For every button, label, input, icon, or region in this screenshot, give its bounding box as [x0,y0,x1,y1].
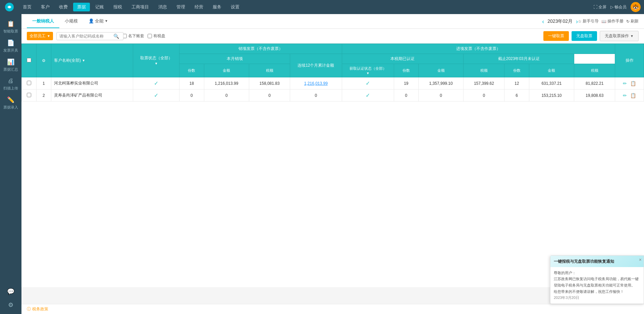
select-all-checkbox[interactable] [27,58,31,62]
settings-icon[interactable]: ⚙ [6,299,15,311]
one-key-take-btn[interactable]: 一键取票 [543,31,569,41]
row-purchase-shares-0: 19 [394,77,418,89]
nav-tax[interactable]: 报税 [109,3,126,11]
row-sales-shares-1: 0 [179,89,204,102]
nav-business[interactable]: 工商项目 [127,3,153,11]
config-gear-icon[interactable]: ⚙ [42,58,46,63]
filter-bar-right: 一键取票 无盘取票 无盘取票操作 ▼ [543,31,639,41]
my-account-filter[interactable]: 名下账套 [122,33,144,39]
sidebar-item-invoice-summary[interactable]: 📊 票据汇总 [0,56,21,75]
row-edit-btn-1[interactable]: ✏ [623,93,627,98]
sidebar-item-invoice-entry[interactable]: ✏️ 票据录入 [0,93,21,113]
tab-group: 一般纳税人 小规模 👤 全能 ▼ [27,15,542,28]
th-purchase-amount: 金额 [418,64,463,77]
row-sales-tax-0: 158,081.83 [249,77,290,89]
th-sales-tax: 税额 [249,64,290,77]
info-icon: ⓘ [27,306,31,312]
th-certify-status[interactable]: 获取认证状态（全部） ▼ [342,64,394,77]
row-unrecog-tax-0: 81,822.21 [574,77,615,89]
nav-accounting[interactable]: 记账 [91,3,108,11]
row-cumulative-1[interactable]: 0 [290,89,342,102]
row-edit-btn-0[interactable]: ✏ [623,81,627,86]
fullscreen-btn[interactable]: ⛶ 全屏 [593,4,606,10]
th-unrecog-shares: 份数 [504,64,529,77]
nav-settings[interactable]: 设置 [227,3,244,11]
employee-select[interactable]: 全部员工 ▼ [27,32,53,40]
tab-general-taxpayer[interactable]: 一般纳税人 [27,15,59,28]
row-unrecog-amount-1: 153,215.10 [529,89,574,102]
nav-home[interactable]: 首页 [19,3,36,11]
row-doc-btn-1[interactable]: 📋 [630,93,636,98]
notif-content: 江苏政务网已恢复访问电子税务局功能，易代账一键登陆电子税务局与无盘取票相关功能可… [554,276,640,288]
tab-small-scale[interactable]: 小规模 [59,15,83,28]
vip-btn[interactable]: ▷ 畅会员 [610,4,627,10]
new-guide-btn[interactable]: ☆ 新手引导 [578,18,599,24]
sidebar-label-invoice-open: 发票开具 [3,48,18,53]
table-row: 1 河北柯落桦实业有限公司 ✓ 18 1,216,013.99 158,081.… [22,77,644,89]
row-certify-status-1: ✓ [342,89,394,102]
table-body: 1 河北柯落桦实业有限公司 ✓ 18 1,216,013.99 158,081.… [22,77,644,102]
nav-operation[interactable]: 经营 [191,3,207,11]
row-sales-tax-1: 0 [249,89,290,102]
row-certify-status-0: ✓ [342,77,394,89]
row-purchase-shares-1: 0 [394,89,418,102]
certify-status-filter-icon[interactable]: ▼ [366,71,370,75]
sidebar-item-smart-fetch[interactable]: 📋 智能取票 [0,17,21,37]
th-config: ⚙ [36,44,51,77]
notif-date: 2023年3月20日 [554,295,640,301]
sidebar-label-smart-fetch: 智能取票 [3,29,18,34]
sidebar-item-invoice-open[interactable]: 📄 发票开具 [0,37,21,56]
th-customer-name[interactable]: 客户名称(全部) ▼ [51,44,133,77]
th-sales-invoice: 销项发票（不含作废票） [179,44,342,54]
tab-all[interactable]: 👤 全能 ▼ [83,15,113,28]
row-cumulative-0[interactable]: 1,216,013.99 [290,77,342,89]
row-doc-btn-0[interactable]: 📋 [630,81,636,86]
nav-service[interactable]: 服务 [209,3,225,11]
invoice-summary-icon: 📊 [7,58,14,66]
row-checkbox-0[interactable] [22,77,37,89]
period-text: 2023年02月 [547,18,573,24]
smart-fetch-icon: 📋 [7,20,14,27]
row-index-1: 2 [36,89,51,102]
row-purchase-tax-1: 0 [464,89,504,102]
customer-name-filter-icon[interactable]: ▼ [82,59,85,62]
more-operations-btn[interactable]: 无盘取票操作 ▼ [600,31,639,41]
row-unrecog-tax-1: 19,808.63 [574,89,615,102]
has-tax-checkbox[interactable] [148,34,152,38]
fetch-status-filter-icon[interactable]: ▼ [155,62,158,65]
row-name-1: 灵寿县尚泽矿产品有限公司 [51,89,133,102]
employee-select-dropdown-icon: ▼ [47,34,50,38]
nav-customer[interactable]: 客户 [37,3,54,11]
nav-invoice[interactable]: 票据 [73,3,90,11]
sidebar-item-scan-upload[interactable]: 🖨 扫描上传 [0,75,21,93]
notif-salutation: 尊敬的用户： [554,270,640,276]
more-operations-dropdown-icon: ▼ [630,34,634,38]
row-unrecog-amount-0: 631,337.21 [529,77,574,89]
nav-message[interactable]: 消息 [154,3,171,11]
row-checkbox-1[interactable] [22,89,37,102]
th-this-month-sales: 本月销项 [179,54,290,64]
has-tax-filter[interactable]: 有税盘 [148,33,165,39]
all-tab-dropdown-icon[interactable]: ▼ [105,19,108,23]
search-button[interactable]: 🔍 [113,34,119,39]
th-operation: 操作 [615,44,644,77]
sidebar: 📋 智能取票 📄 发票开具 📊 票据汇总 🖨 扫描上传 ✏️ 票据录入 💬 ⚙ [0,14,21,314]
tax-policy-link[interactable]: ⓘ 税务政策 [27,306,48,312]
refresh-btn[interactable]: ↻ 刷新 [626,18,639,24]
svg-point-1 [8,6,10,8]
nav-management[interactable]: 管理 [172,3,189,11]
all-tab-icon: 👤 [89,18,94,23]
row-purchase-amount-1: 0 [418,89,463,102]
notif-close-btn[interactable]: × [639,257,642,262]
user-avatar[interactable]: 🐯 [631,2,641,12]
row-fetch-status-0: ✓ [133,77,179,89]
nav-fee[interactable]: 收费 [55,3,72,11]
th-fetch-status[interactable]: 取票状态（全部） ▼ [133,44,179,77]
row-action-0: ✏ 📋 [615,77,644,89]
chat-icon[interactable]: 💬 [5,286,16,297]
notification-popup: 一键报税与无盘取票功能恢复通知 × 尊敬的用户： 江苏政务网已恢复访问电子税务局… [550,255,644,304]
prev-period-btn[interactable]: ‹ [542,18,544,24]
no-disc-take-btn[interactable]: 无盘取票 [572,31,597,41]
th-unrecog-tax: 税额 [574,64,615,77]
manual-btn[interactable]: 📖 操作手册 [601,18,624,24]
